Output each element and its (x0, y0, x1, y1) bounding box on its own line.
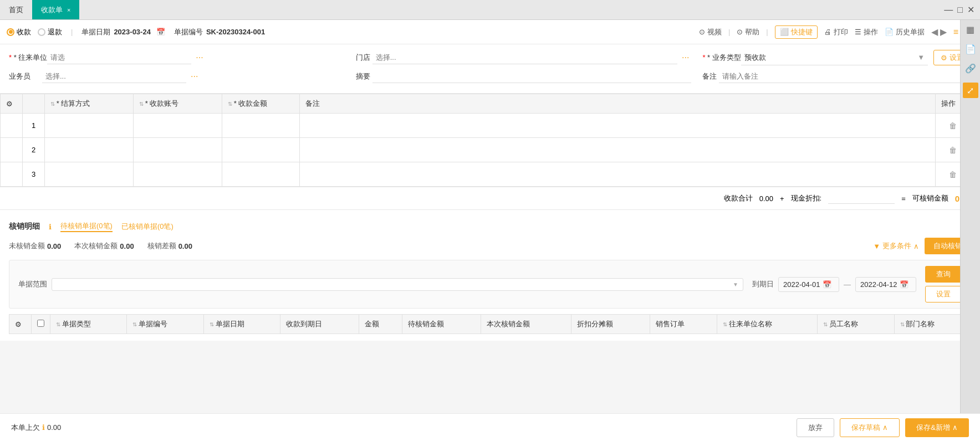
right-sidebar: ▦ 📄 🔗 ⤢ (960, 20, 980, 441)
done-tab[interactable]: 已核销单据(0笔) (121, 222, 173, 232)
save-new-button[interactable]: 保存&新增 ∧ (905, 418, 969, 437)
table-row: 2 🗑 ⧉ (1, 138, 980, 162)
next-arrow[interactable]: ▶ (940, 27, 947, 37)
video-btn[interactable]: ⊙ 视频 (699, 27, 722, 37)
form-section: * 往来单位 ··· 门店 ··· * 业务类型 预收款 ▼ ⚙ 设置 (0, 44, 980, 94)
date-value: 2023-03-24 (114, 28, 151, 36)
row1-delete-icon[interactable]: 🗑 (949, 121, 957, 130)
help-btn[interactable]: ⊙ 帮助 (737, 27, 759, 37)
diff-value: 0.00 (178, 242, 192, 250)
current-stat: 本次核销金额 0.00 (74, 241, 134, 251)
counterparty-input[interactable] (47, 51, 191, 64)
discount-input[interactable] (828, 193, 895, 204)
bt-settings-icon[interactable]: ⚙ (15, 320, 22, 329)
bt-col-checkbox[interactable] (32, 315, 50, 334)
store-input[interactable] (372, 51, 677, 64)
bt-col-current: 本次核销金额 (481, 315, 571, 334)
row2-delete-icon[interactable]: 🗑 (949, 146, 957, 155)
bt-select-all-checkbox[interactable] (37, 320, 44, 327)
bt-col-pending: 待核销金额 (402, 315, 481, 334)
unreconciled-value: 0.00 (47, 242, 61, 250)
equals-sign: = (901, 194, 906, 203)
footer-info-icon[interactable]: ℹ (42, 423, 45, 432)
store-more-btn[interactable]: ··· (680, 53, 691, 63)
total-value: 0.00 (759, 194, 773, 203)
toolbar: 收款 退款 | 单据日期 2023-03-24 📅 单据编号 SK-202303… (0, 20, 980, 44)
save-draft-button[interactable]: 保存草稿 ∧ (840, 418, 900, 437)
table-settings-icon[interactable]: ⚙ (6, 100, 13, 108)
row2-settlement[interactable] (45, 138, 134, 162)
salesperson-field: 业务员 ··· (9, 70, 345, 83)
row1-account[interactable] (134, 114, 222, 138)
refund-radio[interactable]: 退款 (38, 27, 62, 37)
footer-buttons: 放弃 保存草稿 ∧ 保存&新增 ∧ (797, 418, 969, 437)
salesperson-input[interactable] (42, 70, 186, 83)
bill-no-value: SK-20230324-001 (206, 28, 265, 36)
pending-tab[interactable]: 待核销单据(0笔) (60, 221, 113, 232)
footer-info-label: 本单上欠 (11, 423, 40, 433)
tab-home[interactable]: 首页 (0, 0, 32, 19)
print-btn[interactable]: 🖨 打印 (824, 27, 848, 37)
query-button[interactable]: 查询 (925, 266, 962, 283)
grid-view-icon[interactable]: ≡ (953, 27, 958, 37)
more-conditions-btn[interactable]: ▼ 更多条件 ∧ (873, 241, 919, 251)
salesperson-more-btn[interactable]: ··· (188, 71, 200, 81)
history-btn[interactable]: 📄 历史单据 (885, 27, 925, 37)
business-type-select[interactable]: 预收款 ▼ (741, 50, 928, 65)
date-from-input[interactable]: 2022-04-01 📅 (778, 277, 839, 292)
maximize-icon[interactable]: □ (957, 5, 963, 15)
receipt-radio[interactable]: 收款 (7, 27, 31, 37)
bt-col-employee: ⇅ 员工名称 (818, 315, 894, 334)
tab-bar-right: — □ ✕ (944, 4, 980, 15)
tab-receipt[interactable]: 收款单 × (32, 0, 79, 19)
filter-icon: ▼ (873, 242, 880, 250)
bill-range-select[interactable]: ▼ (52, 278, 743, 291)
bt-col-settings[interactable]: ⚙ (9, 315, 32, 334)
sidebar-table-icon[interactable]: ▦ (966, 24, 974, 35)
row1-settings (1, 114, 23, 138)
query-buttons: 查询 设置 (925, 266, 962, 302)
date-to-input[interactable]: 2022-04-12 📅 (855, 277, 916, 292)
close-icon[interactable]: ✕ (967, 4, 974, 15)
row2-remark[interactable] (300, 138, 936, 162)
col-settings[interactable]: ⚙ (1, 94, 23, 114)
bill-range-chevron-icon: ▼ (733, 281, 738, 288)
row3-num: 3 (23, 162, 45, 187)
row3-remark[interactable] (300, 162, 936, 187)
date-from-calendar-icon: 📅 (823, 280, 831, 289)
row1-amount[interactable] (222, 114, 300, 138)
row2-amount[interactable] (222, 138, 300, 162)
help-icon: ⊙ (737, 28, 743, 36)
sidebar-doc-icon[interactable]: 📄 (965, 44, 976, 54)
bt-sort-icon: ⇅ (56, 321, 62, 327)
remark-input[interactable] (719, 70, 971, 83)
row2-account[interactable] (134, 138, 222, 162)
bottom-table: ⚙ ⇅ 单据类型 ⇅ 单据编号 (9, 314, 971, 334)
sidebar-expand-icon[interactable]: ⤢ (963, 83, 978, 98)
bill-range-label: 单据范围 (18, 279, 47, 289)
tab-receipt-close[interactable]: × (67, 7, 70, 13)
row1-settlement[interactable] (45, 114, 134, 138)
col-account-header: ⇅ * 收款账号 (134, 94, 222, 114)
row3-amount[interactable] (222, 162, 300, 187)
row3-settlement[interactable] (45, 162, 134, 187)
summary-input[interactable] (372, 70, 692, 83)
operation-btn[interactable]: ☰ 操作 (855, 27, 878, 37)
row3-account[interactable] (134, 162, 222, 187)
row1-remark[interactable] (300, 114, 936, 138)
date-to-value: 2022-04-12 (860, 280, 897, 289)
row3-delete-icon[interactable]: 🗑 (949, 170, 957, 179)
prev-arrow[interactable]: ◀ (931, 27, 938, 37)
abandon-button[interactable]: 放弃 (797, 418, 834, 437)
reconcil-settings-button[interactable]: 设置 (925, 286, 962, 302)
current-label: 本次核销金额 (74, 241, 118, 251)
minimize-icon[interactable]: — (944, 5, 953, 15)
shortcut-btn[interactable]: ⬜ 快捷键 (775, 25, 818, 39)
counterparty-more-btn[interactable]: ··· (193, 53, 205, 63)
toolbar-sep1: | (728, 28, 730, 36)
row1-num: 1 (23, 114, 45, 138)
reconcil-info-icon[interactable]: ℹ (49, 223, 52, 231)
sidebar-link-icon[interactable]: 🔗 (965, 63, 976, 74)
calendar-icon[interactable]: 📅 (156, 28, 165, 36)
summary-row: 收款合计 0.00 + 现金折扣: = 可核销金额 0.00 (0, 187, 980, 210)
